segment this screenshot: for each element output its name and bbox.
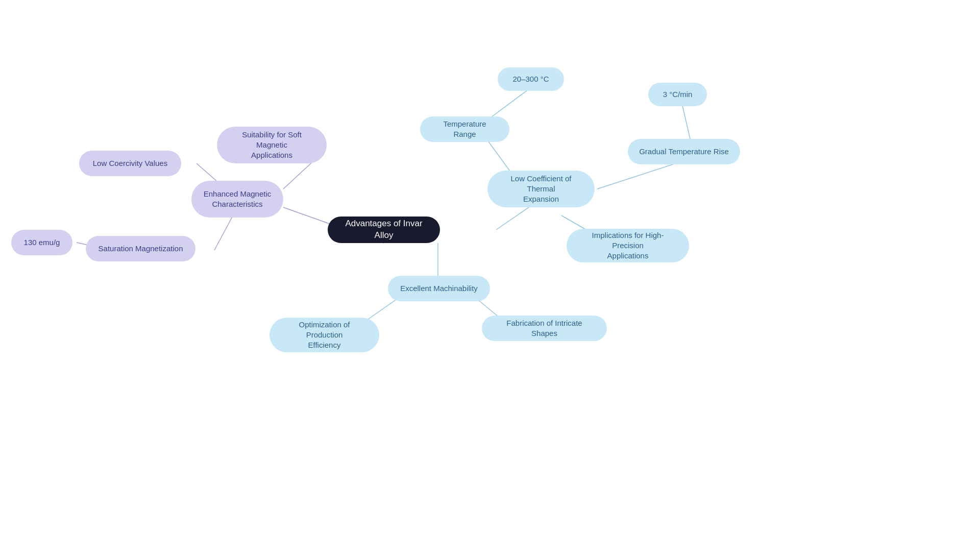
temp-20-300-node: 20–300 °C — [498, 67, 564, 91]
center-label: Advantages of Invar Alloy — [339, 218, 429, 242]
suitability-node: Suitability for Soft MagneticApplication… — [217, 127, 327, 163]
emu-label: 130 emu/g — [24, 237, 60, 248]
rate-3-node: 3 °C/min — [648, 83, 707, 106]
gradual-temp-node: Gradual Temperature Rise — [628, 139, 740, 164]
saturation-node: Saturation Magnetization — [86, 236, 195, 261]
low-thermal-node: Low Coefficient of ThermalExpansion — [487, 171, 595, 207]
fabrication-label: Fabrication of Intricate Shapes — [493, 318, 596, 339]
rate-3-label: 3 °C/min — [663, 89, 693, 100]
low-coercivity-node: Low Coercivity Values — [79, 151, 181, 176]
excellent-mach-label: Excellent Machinability — [400, 283, 478, 294]
center-node: Advantages of Invar Alloy — [328, 217, 440, 243]
low-coercivity-label: Low Coercivity Values — [93, 158, 167, 169]
saturation-label: Saturation Magnetization — [99, 244, 183, 254]
excellent-mach-node: Excellent Machinability — [388, 276, 490, 301]
temp-range-label: Temperature Range — [431, 119, 498, 140]
fabrication-node: Fabrication of Intricate Shapes — [482, 316, 607, 341]
enhanced-magnetic-node: Enhanced MagneticCharacteristics — [191, 181, 283, 218]
optimization-label: Optimization of ProductionEfficiency — [281, 320, 368, 351]
temp-range-node: Temperature Range — [420, 116, 509, 142]
emu-node: 130 emu/g — [11, 230, 72, 255]
suitability-label: Suitability for Soft MagneticApplication… — [228, 130, 315, 161]
low-thermal-label: Low Coefficient of ThermalExpansion — [499, 174, 583, 205]
implications-label: Implications for High-PrecisionApplicati… — [578, 230, 678, 261]
implications-node: Implications for High-PrecisionApplicati… — [567, 229, 689, 262]
gradual-temp-label: Gradual Temperature Rise — [639, 147, 729, 157]
optimization-node: Optimization of ProductionEfficiency — [270, 318, 379, 352]
temp-20-300-label: 20–300 °C — [512, 74, 549, 84]
enhanced-magnetic-label: Enhanced MagneticCharacteristics — [204, 189, 272, 210]
